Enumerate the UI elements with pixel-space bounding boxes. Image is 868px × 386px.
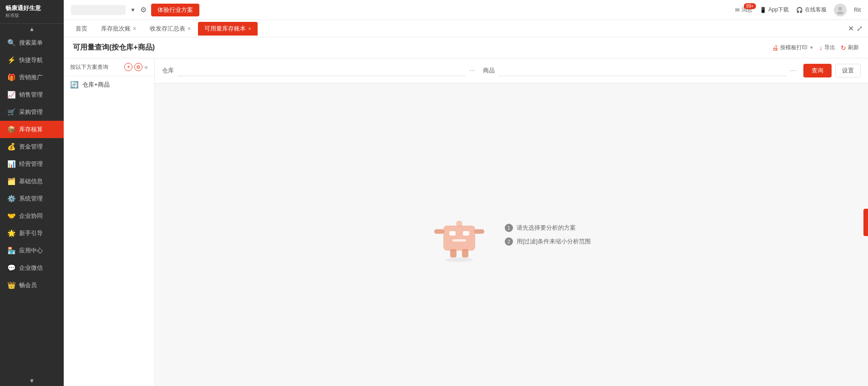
tab-summary-close[interactable]: × [188, 26, 191, 32]
sidebar-item-label: 销售管理 [19, 91, 43, 99]
app-label: App下载 [768, 6, 789, 14]
tab-batch[interactable]: 库存批次账 × [95, 22, 142, 36]
message-icon: ✉ [735, 7, 740, 13]
sidebar-item-basic[interactable]: 🗂️ 基础信息 [0, 173, 64, 190]
topbar-gear-icon[interactable]: ⚙ [140, 5, 147, 14]
main-area: ▼ ⚙ 体验行业方案 ✉ 消息 99+ 📱 App下载 🎧 在线客服 [64, 0, 868, 386]
sidebar-item-label: 营销推广 [19, 73, 43, 82]
warehouse-label: 仓库 [162, 67, 174, 75]
topbar: ▼ ⚙ 体验行业方案 ✉ 消息 99+ 📱 App下载 🎧 在线客服 [64, 0, 868, 20]
purchase-icon: 🛒 [7, 108, 15, 116]
sidebar-item-finance[interactable]: 💰 资金管理 [0, 138, 64, 155]
content-area: 按以下方案查询 + ⚙ « 🔄 仓库+商品 仓库 ··· [64, 58, 868, 386]
tab-home[interactable]: 首页 [69, 22, 94, 36]
tip-text-2: 用[过滤]条件来缩小分析范围 [517, 237, 591, 246]
sidebar-item-system[interactable]: ⚙️ 系统管理 [0, 190, 64, 207]
app-icon: 📱 [760, 7, 766, 13]
tip-text-1: 请先选择要分析的方案 [517, 224, 576, 232]
sales-icon: 📈 [7, 91, 15, 99]
filter-collapse-button[interactable]: « [144, 63, 148, 71]
basic-icon: 🗂️ [7, 177, 15, 185]
search-nav-icon: 🔍 [7, 39, 15, 47]
filter-header: 按以下方案查询 + ⚙ « [64, 58, 154, 76]
svg-point-0 [838, 7, 842, 10]
sidebar-item-search[interactable]: 🔍 搜索菜单 [0, 34, 64, 51]
topbar-left: ▼ ⚙ 体验行业方案 [71, 4, 199, 16]
close-all-tabs-button[interactable]: ✕ [848, 24, 854, 33]
print-label: 按模板打印 [780, 44, 807, 51]
sidebar-item-label: 经营管理 [19, 160, 43, 168]
sidebar-item-label: 畅会员 [19, 281, 37, 289]
filter-panel: 按以下方案查询 + ⚙ « 🔄 仓库+商品 [64, 58, 155, 386]
svg-rect-5 [452, 239, 466, 242]
tab-available-close[interactable]: × [248, 26, 251, 32]
tab-summary[interactable]: 收发存汇总表 × [143, 22, 197, 36]
goods-input[interactable] [498, 65, 787, 76]
empty-state: 1 请先选择要分析的方案 2 用[过滤]条件来缩小分析范围 [155, 83, 868, 386]
filter-settings-button[interactable]: ⚙ [134, 63, 142, 71]
refresh-icon: ↻ [841, 44, 846, 51]
appstore-icon: 🏪 [7, 247, 15, 255]
sidebar-item-newbie[interactable]: 🌟 新手引导 [0, 225, 64, 242]
message-badge: 99+ [744, 3, 756, 9]
sidebar-scroll-up[interactable]: ▲ [0, 24, 64, 34]
sidebar-header: 畅康通好生意 标准版 [0, 0, 64, 24]
sidebar-item-appstore[interactable]: 🏪 应用中心 [0, 242, 64, 259]
coop-icon: 🤝 [7, 212, 15, 220]
sidebar-item-inventory[interactable]: 📦 库存核算 [0, 121, 64, 138]
right-scroll-handle[interactable] [863, 209, 868, 236]
svg-rect-3 [449, 231, 456, 236]
sidebar-item-operation[interactable]: 📊 经营管理 [0, 155, 64, 173]
sidebar: 畅康通好生意 标准版 ▲ 🔍 搜索菜单 ⚡ 快捷导航 🎁 营销推广 📈 销售管理… [0, 0, 64, 386]
export-button[interactable]: ↓ 导出 [819, 44, 835, 51]
avatar-icon [836, 6, 844, 14]
industry-solution-button[interactable]: 体验行业方案 [151, 4, 199, 16]
warehouse-input[interactable] [178, 65, 466, 76]
sidebar-item-sales[interactable]: 📈 销售管理 [0, 86, 64, 103]
goods-more-icon[interactable]: ··· [790, 67, 796, 75]
topbar-dropdown-btn[interactable]: ▼ [130, 7, 136, 13]
sidebar-item-member[interactable]: 👑 畅会员 [0, 277, 64, 294]
print-button[interactable]: 🖨 按模板打印 ▼ [772, 44, 814, 51]
tabs-bar: 首页 库存批次账 × 收发存汇总表 × 可用量库存账本 × ✕ ⤢ [64, 20, 868, 37]
expand-tab-button[interactable]: ⤢ [857, 24, 863, 33]
filter-actions: + ⚙ « [124, 63, 148, 71]
sidebar-item-wechat[interactable]: 💬 企业微信 [0, 259, 64, 277]
sidebar-item-shortcut[interactable]: ⚡ 快捷导航 [0, 51, 64, 69]
sidebar-item-coop[interactable]: 🤝 企业协同 [0, 207, 64, 225]
sidebar-item-label: 企业微信 [19, 264, 43, 272]
sidebar-item-label: 快捷导航 [19, 56, 43, 64]
tab-batch-label: 库存批次账 [101, 25, 131, 33]
sidebar-item-purchase[interactable]: 🛒 采购管理 [0, 103, 64, 121]
export-icon: ↓ [819, 44, 822, 51]
message-button[interactable]: ✉ 消息 99+ [735, 6, 752, 14]
settings-button[interactable]: 设置 [835, 64, 861, 77]
sidebar-item-label: 基础信息 [19, 177, 43, 185]
svg-rect-2 [443, 226, 475, 251]
goods-field: 商品 ··· [483, 65, 797, 76]
filter-add-button[interactable]: + [124, 63, 132, 71]
filter-item-warehouse-goods[interactable]: 🔄 仓库+商品 [64, 76, 154, 93]
right-content: 仓库 ··· 商品 ··· 查询 设置 [155, 58, 868, 386]
username-label[interactable]: Rit [854, 7, 861, 13]
empty-illustration [432, 207, 487, 262]
tab-summary-label: 收发存汇总表 [150, 25, 185, 33]
sidebar-item-label: 资金管理 [19, 143, 43, 151]
svg-rect-4 [463, 231, 469, 236]
print-chevron-icon: ▼ [809, 45, 814, 50]
tab-available[interactable]: 可用量库存账本 × [198, 22, 258, 36]
refresh-button[interactable]: ↻ 刷新 [841, 44, 859, 51]
app-download-button[interactable]: 📱 App下载 [760, 6, 789, 14]
sidebar-scroll-down[interactable]: ▼ [0, 376, 64, 386]
svg-point-11 [446, 257, 473, 262]
online-service-button[interactable]: 🎧 在线客服 [796, 6, 827, 14]
sidebar-item-marketing[interactable]: 🎁 营销推广 [0, 69, 64, 86]
topbar-search-input[interactable] [71, 5, 126, 15]
page-title: 可用量查询(按仓库+商品) [73, 43, 155, 52]
query-button[interactable]: 查询 [803, 64, 832, 77]
warehouse-goods-icon: 🔄 [70, 81, 79, 89]
svg-rect-9 [474, 229, 484, 234]
service-icon: 🎧 [796, 7, 803, 13]
tab-batch-close[interactable]: × [133, 26, 136, 32]
warehouse-more-icon[interactable]: ··· [469, 67, 475, 75]
